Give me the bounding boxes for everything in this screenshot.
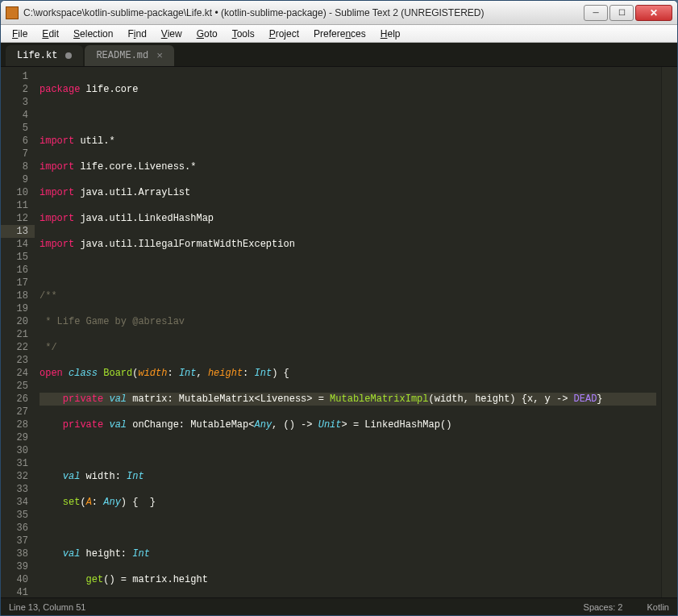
tab-label: README.md: [96, 50, 148, 61]
tab-bar: Life.kt README.md ×: [1, 43, 677, 67]
close-tab-icon[interactable]: ×: [156, 50, 163, 62]
status-indent[interactable]: Spaces: 2: [584, 602, 623, 612]
close-button[interactable]: ✕: [635, 5, 672, 21]
editor-area: Life.kt README.md × 1 2 3 4 5 6 7 8 9 10…: [1, 43, 677, 615]
minimap[interactable]: [661, 67, 677, 597]
code-area[interactable]: 1 2 3 4 5 6 7 8 9 10 11 12 13 14 15 16 1…: [1, 67, 677, 597]
menu-preferences[interactable]: Preferences: [307, 27, 372, 41]
menubar: File Edit Selection Find View Goto Tools…: [1, 25, 677, 43]
menu-goto[interactable]: Goto: [190, 27, 224, 41]
menu-selection[interactable]: Selection: [67, 27, 119, 41]
tab-life-kt[interactable]: Life.kt: [6, 45, 83, 66]
menu-file[interactable]: File: [6, 27, 34, 41]
menu-view[interactable]: View: [155, 27, 189, 41]
menu-find[interactable]: Find: [121, 27, 152, 41]
menu-tools[interactable]: Tools: [226, 27, 261, 41]
line-number-gutter: 1 2 3 4 5 6 7 8 9 10 11 12 13 14 15 16 1…: [1, 67, 35, 597]
app-icon: [6, 6, 19, 19]
window-title: C:\workspace\kotlin-sublime-package\Life…: [23, 7, 582, 19]
maximize-button[interactable]: ☐: [609, 5, 634, 21]
menu-edit[interactable]: Edit: [35, 27, 65, 41]
minimize-button[interactable]: ─: [584, 5, 608, 21]
dirty-indicator-icon: [65, 52, 72, 59]
status-bar: Line 13, Column 51 Spaces: 2 Kotlin: [1, 597, 677, 615]
tab-readme-md[interactable]: README.md ×: [85, 45, 174, 66]
titlebar[interactable]: C:\workspace\kotlin-sublime-package\Life…: [1, 1, 677, 25]
code-content[interactable]: package life.core import util.* import l…: [35, 67, 661, 597]
menu-help[interactable]: Help: [374, 27, 407, 41]
app-window: C:\workspace\kotlin-sublime-package\Life…: [0, 0, 678, 616]
menu-project[interactable]: Project: [263, 27, 306, 41]
status-cursor-position: Line 13, Column 51: [9, 602, 85, 612]
status-language[interactable]: Kotlin: [647, 602, 669, 612]
tab-label: Life.kt: [17, 50, 57, 61]
